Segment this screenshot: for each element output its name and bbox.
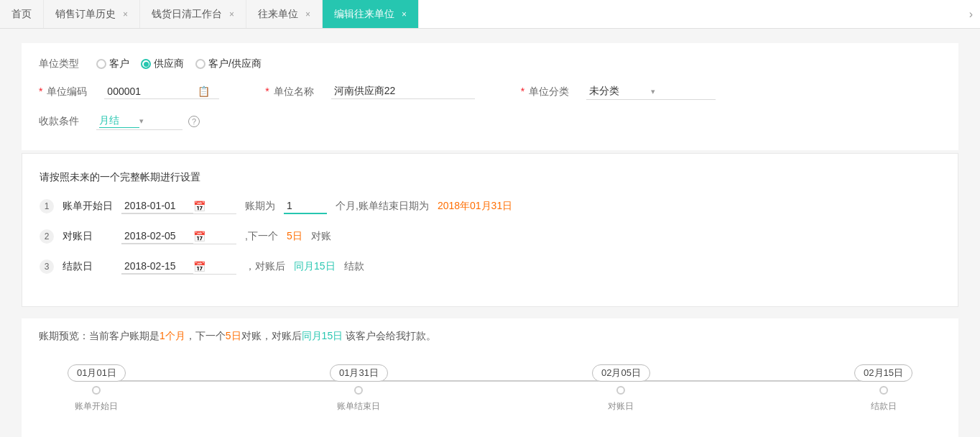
timeline-dot-4 — [879, 386, 888, 395]
unit-name-input[interactable] — [331, 84, 475, 99]
timeline-points: 01月01日 账单开始日 01月31日 账单结束日 02月05日 对账日 02月… — [68, 364, 912, 413]
unit-category-select[interactable]: 未分类 ▾ — [586, 83, 716, 100]
payment-condition-help[interactable]: ? — [188, 116, 200, 127]
payment-prefix: ，对账后 — [245, 260, 285, 273]
setting-row-1: 1 账单开始日 📅 账期为 个月,账单结束日期为 2018年01月31日 — [40, 198, 940, 214]
period-end-date: 2018年01月31日 — [438, 200, 512, 213]
payment-date-input-wrapper: 📅 — [121, 259, 236, 275]
reconcile-date-input-wrapper: 📅 — [121, 229, 236, 244]
setting-label-3: 结款日 — [63, 260, 113, 273]
radio-customer-circle — [96, 59, 106, 69]
payment-suffix: 结款 — [344, 260, 364, 273]
timeline-label-1: 账单开始日 — [75, 400, 118, 413]
unit-fields-row: * 单位编码 📋 * 单位名称 * 单位分类 未分类 ▾ — [39, 83, 941, 100]
timeline-label-3: 对账日 — [608, 400, 634, 413]
timeline-point-3: 02月05日 对账日 — [592, 364, 650, 413]
timeline-point-2: 01月31日 账单结束日 — [330, 364, 388, 413]
timeline-badge-2: 01月31日 — [330, 364, 388, 382]
unit-name-required: * — [265, 86, 269, 97]
radio-both-label: 客户/供应商 — [208, 58, 262, 70]
unit-code-input[interactable] — [104, 84, 198, 98]
tab-cash-work-label: 钱货日清工作台 — [152, 8, 222, 21]
tab-unit-exchange-label: 往来单位 — [258, 8, 298, 21]
radio-customer[interactable]: 客户 — [96, 58, 129, 70]
payment-condition-label: 收款条件 — [39, 115, 79, 128]
timeline-dot-3 — [616, 386, 625, 395]
tab-sales-history-label: 销售订单历史 — [55, 8, 116, 21]
timeline-badge-4: 02月15日 — [854, 364, 912, 382]
tab-bar: 首页 销售订单历史 × 钱货日清工作台 × 往来单位 × 编辑往来单位 × › — [0, 0, 980, 29]
timeline-badge-3: 02月05日 — [592, 364, 650, 382]
timeline-dot-1 — [92, 386, 101, 395]
timeline-label-4: 结款日 — [871, 400, 897, 413]
row-num-2: 2 — [40, 229, 54, 244]
timeline-badge-1: 01月01日 — [68, 364, 126, 382]
unit-category-required: * — [521, 86, 524, 97]
unit-type-label: 单位类型 — [39, 58, 79, 70]
preview-period: 1个月 — [160, 330, 185, 341]
timeline: 01月01日 账单开始日 01月31日 账单结束日 02月05日 对账日 02月… — [39, 364, 941, 413]
payment-condition-row: 收款条件 月结 ▾ ? — [39, 113, 941, 130]
preview-middle2: 对账，对账后 — [241, 330, 302, 341]
setting-label-2: 对账日 — [63, 230, 113, 243]
payment-date-calendar-icon[interactable]: 📅 — [193, 261, 205, 272]
settings-card-title: 请按照未来的一个完整帐期进行设置 — [40, 171, 940, 184]
preview-reconcile: 5日 — [226, 330, 241, 341]
row-num-3: 3 — [40, 259, 54, 274]
unit-code-label: * 单位编码 — [39, 86, 87, 98]
setting-label-1: 账单开始日 — [63, 200, 113, 213]
radio-supplier[interactable]: 供应商 — [141, 58, 184, 70]
radio-supplier-label: 供应商 — [154, 58, 184, 70]
reconcile-date-input[interactable] — [121, 229, 193, 244]
reconcile-date-calendar-icon[interactable]: 📅 — [193, 231, 205, 242]
period-prefix: 账期为 — [245, 200, 275, 213]
preview-prefix: 账期预览：当前客户账期是 — [39, 330, 160, 341]
tab-cash-work[interactable]: 钱货日清工作台 × — [140, 0, 246, 28]
reconcile-highlight: 5日 — [287, 230, 302, 243]
tab-edit-unit[interactable]: 编辑往来单位 × — [323, 0, 419, 28]
period-input[interactable] — [284, 198, 327, 214]
setting-row-2: 2 对账日 📅 ,下一个 5日 对账 — [40, 229, 940, 244]
unit-code-required: * — [39, 86, 42, 97]
tab-home[interactable]: 首页 — [0, 0, 44, 28]
tab-unit-exchange-close[interactable]: × — [305, 9, 310, 19]
radio-supplier-circle — [141, 59, 151, 69]
preview-middle: ，下一个 — [185, 330, 226, 341]
radio-customer-label: 客户 — [109, 58, 129, 70]
unit-category-value: 未分类 — [589, 85, 651, 98]
unit-category-arrow: ▾ — [651, 87, 713, 96]
payment-highlight: 同月15日 — [294, 260, 336, 273]
preview-text: 账期预览：当前客户账期是1个月，下一个5日对账，对账后同月15日 该客户会给我打… — [39, 330, 941, 343]
timeline-point-1: 01月01日 账单开始日 — [68, 364, 126, 413]
timeline-point-4: 02月15日 结款日 — [854, 364, 912, 413]
radio-both[interactable]: 客户/供应商 — [195, 58, 262, 70]
settings-card: 请按照未来的一个完整帐期进行设置 1 账单开始日 📅 账期为 个月,账单结束日期… — [22, 153, 958, 307]
unit-category-label: * 单位分类 — [521, 86, 569, 98]
row-num-1: 1 — [40, 199, 54, 213]
preview-section: 账期预览：当前客户账期是1个月，下一个5日对账，对账后同月15日 该客户会给我打… — [22, 318, 958, 437]
unit-code-icon[interactable]: 📋 — [198, 86, 210, 97]
preview-suffix: 该客户会给我打款。 — [346, 330, 436, 341]
main-content: 单位类型 客户 供应商 客户/供应商 * 单位编码 — [0, 29, 980, 437]
payment-condition-arrow: ▾ — [139, 116, 180, 126]
tab-edit-unit-close[interactable]: × — [402, 9, 407, 19]
tab-home-label: 首页 — [11, 8, 32, 21]
tab-edit-unit-label: 编辑往来单位 — [334, 8, 394, 21]
payment-condition-select[interactable]: 月结 ▾ — [96, 113, 182, 130]
form-section: 单位类型 客户 供应商 客户/供应商 * 单位编码 — [22, 43, 958, 150]
tab-unit-exchange[interactable]: 往来单位 × — [246, 0, 323, 28]
payment-date-input[interactable] — [121, 259, 193, 274]
tab-sales-history[interactable]: 销售订单历史 × — [44, 0, 140, 28]
reconcile-suffix: 对账 — [311, 230, 331, 243]
unit-type-radio-group: 客户 供应商 客户/供应商 — [96, 58, 262, 70]
tab-sales-history-close[interactable]: × — [123, 9, 128, 19]
tab-cash-work-close[interactable]: × — [229, 9, 234, 19]
period-suffix: 个月,账单结束日期为 — [336, 200, 429, 213]
timeline-label-2: 账单结束日 — [337, 400, 380, 413]
preview-payment: 同月15日 — [302, 330, 343, 341]
unit-code-input-wrapper: 📋 — [104, 84, 219, 99]
start-date-calendar-icon[interactable]: 📅 — [193, 201, 205, 212]
reconcile-prefix: ,下一个 — [245, 230, 278, 243]
tab-more-arrow[interactable]: › — [962, 0, 980, 28]
start-date-input[interactable] — [121, 198, 193, 213]
